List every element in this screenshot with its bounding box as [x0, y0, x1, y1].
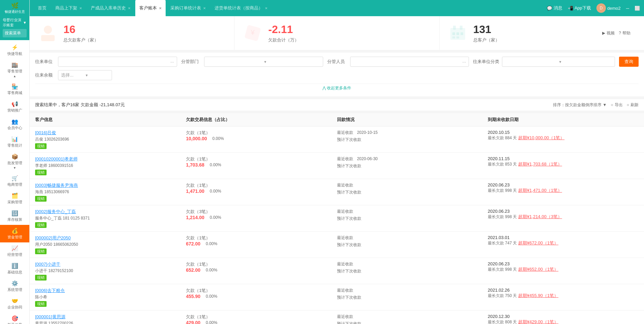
stat-debt-amount-label: 欠款合计（万）: [268, 37, 431, 43]
tab-customer-account[interactable]: 客户账本 ✕: [135, 0, 166, 16]
overdue-link[interactable]: 超期¥1,703.68（1笔）: [518, 161, 562, 167]
top-nav-right: 💬 消息 📲 App下载 D demo2 ─ ⬜: [547, 3, 640, 13]
unit-type-select[interactable]: ▼: [502, 57, 615, 67]
user-profile[interactable]: D demo2: [596, 3, 621, 13]
customer-name-link[interactable]: [0003]畅捷服务尹海燕: [35, 182, 186, 188]
store-selector[interactable]: 母婴行业演示账套 ▼: [3, 18, 27, 28]
sidebar-item-marketing[interactable]: 📢 营销推广: [0, 98, 29, 116]
view-video-button[interactable]: ▶ 视频: [602, 30, 615, 36]
svg-text:¥: ¥: [251, 29, 255, 36]
sidebar-item-basic-info[interactable]: ℹ️ 基础信息: [0, 260, 29, 277]
inventory-label: 库存核算: [7, 217, 22, 222]
window-maximize-button[interactable]: ⬜: [635, 6, 640, 11]
app-download-button[interactable]: 📲 App下载: [568, 5, 591, 11]
recent-payment: 最近收款: [337, 314, 488, 320]
sidebar-item-batch-mgmt[interactable]: 📦 批发管理 ▼: [0, 151, 29, 172]
sidebar-item-member-center[interactable]: 👥 会员中心: [0, 116, 29, 133]
customer-contact: 服务中心_丁磊 181 0125 8371: [35, 215, 186, 221]
sort-selector[interactable]: 排序：按欠款金额倒序排序 ▼: [553, 102, 607, 108]
customer-name-link[interactable]: [000001]黄思源: [35, 314, 186, 320]
debt-count: 欠款（1笔）: [186, 314, 337, 320]
sidebar-item-purchase[interactable]: 🗂️ 采购管理: [0, 190, 29, 207]
sidebar-item-inventory[interactable]: 🔢 库存核算: [0, 207, 29, 225]
message-button[interactable]: 💬 消息: [547, 5, 562, 11]
sidebar-item-retail-mall[interactable]: 🏪 零售商城: [0, 81, 29, 98]
tab-import-stats[interactable]: 进货单统计表（按商品） ✕: [211, 0, 272, 16]
from-unit-input[interactable]: ···: [58, 57, 177, 67]
tab-product-shelf[interactable]: 商品上下架 ✕: [51, 0, 86, 16]
overdue-info: 最长欠款 747 天 超期¥672.00（1笔）: [488, 240, 639, 246]
debt-amount: 652.00: [186, 267, 200, 273]
result-summary: 搜索结果中，客户16家 欠款金额 -21,148.07元: [35, 102, 125, 108]
customer-tag: 现销: [35, 196, 47, 202]
tab-customer-account-close[interactable]: ✕: [159, 6, 162, 10]
due-date-cell: 2020.06.23 最长欠款 998 天 超期¥652.00（1笔）: [488, 261, 639, 272]
tab-import-stats-close[interactable]: ✕: [265, 6, 268, 10]
unit-type-arrow-icon: ▼: [559, 60, 612, 64]
sidebar-item-retail-stats[interactable]: 📊 零售统计: [0, 133, 29, 151]
payment-status-cell: 最近收款 预计下次收款: [337, 235, 488, 248]
overdue-info: 最长欠款 998 天 超期¥1,214.00（3笔）: [488, 214, 639, 220]
overdue-link[interactable]: 超期¥1,214.00（3笔）: [518, 214, 562, 219]
debt-count: 欠款（1笔）: [186, 182, 337, 188]
tab-product-shelf-label: 商品上下架: [55, 5, 77, 11]
retail-mgmt-icon: 🏬: [11, 62, 18, 68]
sidebar-item-quick-nav[interactable]: ⚡ 快捷导航: [0, 41, 29, 59]
debt-ratio: 0.00%: [206, 320, 217, 324]
sidebar-item-operations[interactable]: 📈 经营管理: [0, 242, 29, 260]
tab-home[interactable]: 首页: [34, 0, 51, 16]
col-customer-info: 客户信息: [35, 117, 186, 123]
batch-mgmt-label: 批发管理: [7, 160, 22, 166]
overdue-link[interactable]: 超期¥455.90（1笔）: [518, 293, 558, 298]
customer-name-link[interactable]: [0016]吕俊: [35, 130, 186, 136]
sidebar-item-ecommerce[interactable]: 🛒 电商管理: [0, 172, 29, 190]
inventory-icon: 🔢: [11, 210, 18, 216]
basic-info-label: 基础信息: [7, 270, 22, 275]
dept-select[interactable]: ▼: [204, 57, 323, 67]
message-icon: 💬: [547, 6, 552, 11]
sidebar-item-finance[interactable]: 💰 资金管理: [0, 225, 29, 242]
sidebar-item-enterprise[interactable]: 🤝 企业协同: [0, 295, 29, 313]
sidebar-item-new-guide[interactable]: 🎯 新手引导: [0, 313, 29, 324]
content-area: 16 总欠款客户（家） ¥ -2.11 欠款合计（万）: [30, 16, 644, 324]
tab-product-history[interactable]: 产成品入库单历史 ✕: [87, 0, 135, 16]
window-minimize-button[interactable]: ─: [626, 6, 629, 11]
customer-name-link[interactable]: [00010200001]孝老师: [35, 156, 186, 162]
help-button[interactable]: ? 帮助: [619, 30, 631, 36]
customer-name-link[interactable]: [000002]用户2050: [35, 235, 186, 241]
search-menu-button[interactable]: 搜索菜单: [3, 29, 27, 37]
tab-purchase-stats-close[interactable]: ✕: [203, 6, 206, 10]
refresh-label: 刷新: [631, 102, 639, 108]
export-button[interactable]: ○ 导出: [611, 102, 623, 108]
refresh-button[interactable]: ○ 刷新: [627, 102, 639, 108]
customer-name-link[interactable]: [0006]去下粮仓: [35, 288, 186, 294]
collapse-filter-button[interactable]: ⋀ 收起更多条件: [35, 84, 639, 92]
purchase-icon: 🗂️: [11, 193, 18, 199]
debt-detail: 429.00 0.00%: [186, 320, 337, 324]
logo-icon: 🌿: [11, 2, 19, 9]
customer-name-link[interactable]: [0002]服务中心_丁磊: [35, 209, 186, 215]
overdue-link[interactable]: 超期¥10,000.00（1笔）: [518, 135, 564, 140]
svg-rect-9: [460, 32, 463, 35]
customer-tag: 现销: [35, 301, 47, 307]
person-input[interactable]: ···: [350, 57, 469, 67]
batch-mgmt-arrow-icon: ▼: [13, 166, 16, 170]
search-button[interactable]: 查询: [619, 57, 639, 67]
member-center-label: 会员中心: [7, 125, 22, 130]
tab-purchase-stats[interactable]: 采购订单统计表 ✕: [166, 0, 210, 16]
overdue-link[interactable]: 超期¥652.00（1笔）: [518, 267, 558, 272]
overdue-link[interactable]: 超期¥672.00（1笔）: [518, 240, 558, 245]
marketing-label: 营销推广: [7, 108, 22, 113]
tab-product-history-close[interactable]: ✕: [128, 6, 131, 10]
overdue-link[interactable]: 超期¥429.00（1笔）: [518, 319, 558, 324]
sidebar-item-system[interactable]: ⚙️ 系统管理: [0, 277, 29, 295]
sidebar-item-retail-mgmt[interactable]: 🏬 零售管理 ▲: [0, 59, 29, 81]
overdue-link[interactable]: 超期¥1,471.00（1笔）: [518, 188, 562, 193]
tab-product-shelf-close[interactable]: ✕: [79, 6, 82, 10]
retail-stats-label: 零售统计: [7, 143, 22, 148]
recent-payment: 最近收款: [337, 182, 488, 188]
balance-select[interactable]: 选择... ▼: [58, 70, 112, 80]
customer-name-link[interactable]: [0007]小进干: [35, 261, 186, 267]
member-center-icon: 👥: [11, 118, 18, 125]
due-date: 2020.10.15: [488, 130, 639, 135]
